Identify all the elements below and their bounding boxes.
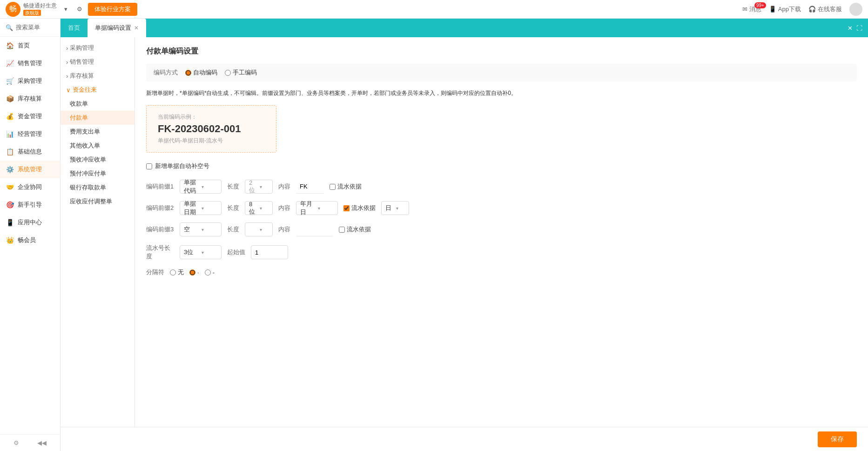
- leftnav-ar-ap[interactable]: 应收应付调整单: [61, 195, 135, 209]
- prefix3-row: 编码前缀3 空 ▾ 长度 ▾ 内容 流水依据: [146, 222, 857, 236]
- sidebar-item-newguide[interactable]: 🎯 新手引导: [0, 196, 60, 214]
- logo-icon: 畅: [6, 2, 20, 17]
- leftnav-group-purchase[interactable]: › 采购管理: [61, 41, 135, 55]
- service-icon: 🎧: [808, 6, 816, 13]
- prefix1-flow-checkbox[interactable]: [330, 184, 336, 190]
- start-value-input[interactable]: [251, 245, 288, 259]
- sidebar-item-enterprise[interactable]: 🤝 企业协同: [0, 178, 60, 196]
- auto-code-radio[interactable]: 自动编码: [185, 68, 217, 77]
- prefix2-content-arrow: ▾: [318, 206, 334, 211]
- serial-length-row: 流水号长度 3位 ▾ 起始值: [146, 244, 857, 261]
- tab-close-icon[interactable]: ✕: [134, 25, 139, 31]
- auto-fill-row: 新增单据自动补空号: [146, 162, 857, 170]
- prefix2-length-select[interactable]: 8位 ▾: [245, 201, 273, 215]
- main: 首页 单据编码设置 ✕ ✕ ⛶ › 采购管理 › 销售管理: [61, 19, 868, 451]
- sidebar-search[interactable]: 🔍 搜索菜单: [0, 19, 60, 37]
- system-icon: ⚙️: [6, 165, 14, 174]
- sales-icon: 📈: [6, 59, 14, 67]
- logo-text: 畅捷通好生意 旗舰版: [23, 2, 57, 16]
- prefix2-unit-select[interactable]: 日 ▾: [381, 201, 409, 215]
- prefix1-arrow: ▾: [202, 184, 217, 189]
- prefix2-flow-checkbox[interactable]: [343, 205, 350, 211]
- basic-icon: 📋: [6, 148, 14, 156]
- sidebar-item-operations[interactable]: 📊 经营管理: [0, 125, 60, 143]
- leftnav-group-inventory[interactable]: › 库存核算: [61, 69, 135, 83]
- leftnav-bank-deposit[interactable]: 银行存取款单: [61, 181, 135, 195]
- sidebar-item-purchase[interactable]: 🛒 采购管理: [0, 72, 60, 90]
- prefix3-content-input[interactable]: [296, 222, 333, 236]
- enterprise-icon: 🤝: [6, 183, 14, 191]
- manual-code-radio[interactable]: 手工编码: [225, 68, 257, 77]
- inventory-icon: 📦: [6, 94, 14, 103]
- prefix3-flow-checkbox[interactable]: [339, 227, 345, 233]
- sidebar-item-member[interactable]: 👑 畅会员: [0, 231, 60, 249]
- tab-home[interactable]: 首页: [61, 19, 87, 37]
- serial-length-select[interactable]: 3位 ▾: [180, 245, 222, 259]
- prefix1-select[interactable]: 单据代码 ▾: [180, 180, 222, 194]
- prefix1-flow-group: 流水依据: [330, 182, 362, 191]
- prefix1-row: 编码前缀1 单据代码 ▾ 长度 2位 ▾ 内容 流水依据: [146, 180, 857, 194]
- leftnav-group-capital[interactable]: ∨ 资金往来: [61, 83, 135, 97]
- tab-coding[interactable]: 单据编码设置 ✕: [87, 19, 146, 37]
- sidebar-bottom: ⚙ ◀◀: [0, 434, 60, 451]
- settings-icon[interactable]: ⚙: [75, 4, 84, 14]
- prefix2-unit-arrow: ▾: [396, 206, 405, 211]
- search-icon: 🔍: [6, 24, 13, 31]
- top-bar-nav: ▾ ⚙ 体验行业方案: [61, 3, 137, 16]
- settings-bottom-icon[interactable]: ⚙: [13, 439, 19, 446]
- auto-fill-checkbox[interactable]: [146, 163, 152, 169]
- trial-button[interactable]: 体验行业方案: [88, 3, 137, 16]
- home-icon: 🏠: [6, 41, 14, 50]
- prefix3-select[interactable]: 空 ▾: [180, 222, 222, 236]
- prefix2-select[interactable]: 单据日期 ▾: [180, 201, 222, 215]
- sep-none-radio[interactable]: 无: [170, 268, 184, 276]
- prefix1-length-select[interactable]: 2位 ▾: [245, 180, 273, 194]
- member-icon: 👑: [6, 236, 14, 244]
- leftnav-other-income[interactable]: 其他收入单: [61, 139, 135, 153]
- layout: 🔍 搜索菜单 🏠 首页 📈 销售管理 🛒 采购管理 📦 库存核算 💰 资金管理 …: [0, 19, 868, 451]
- chevron-right-icon3: ›: [66, 73, 68, 80]
- message-button[interactable]: ✉ 消息 99+: [742, 5, 761, 13]
- sidebar: 🔍 搜索菜单 🏠 首页 📈 销售管理 🛒 采购管理 📦 库存核算 💰 资金管理 …: [0, 19, 61, 451]
- prefix3-length-select[interactable]: ▾: [245, 222, 273, 236]
- sidebar-item-appcenter[interactable]: 📱 应用中心: [0, 214, 60, 231]
- prefix2-content-select[interactable]: 年月日 ▾: [296, 201, 338, 215]
- sidebar-item-finance[interactable]: 💰 资金管理: [0, 108, 60, 125]
- save-button[interactable]: 保存: [818, 431, 857, 447]
- app-download-button[interactable]: 📱 App下载: [769, 5, 801, 13]
- leftnav-prepay-receivable[interactable]: 预收冲应收单: [61, 153, 135, 167]
- separator-row: 分隔符 无 · -: [146, 268, 857, 276]
- leftnav-payment[interactable]: 付款单: [61, 111, 135, 125]
- top-bar-left: 畅 畅捷通好生意 旗舰版 ▾ ⚙ 体验行业方案: [6, 2, 137, 17]
- leftnav-prepay-payable[interactable]: 预付冲应付单: [61, 167, 135, 181]
- tab-close-all-icon[interactable]: ✕: [848, 25, 853, 32]
- prefix3-arrow: ▾: [202, 227, 217, 232]
- leftnav-expense[interactable]: 费用支出单: [61, 125, 135, 139]
- sep-dot-radio[interactable]: ·: [189, 269, 199, 276]
- avatar[interactable]: [849, 3, 862, 16]
- leftnav-receipt[interactable]: 收款单: [61, 97, 135, 111]
- finance-icon: 💰: [6, 112, 14, 121]
- sidebar-item-sales[interactable]: 📈 销售管理: [0, 54, 60, 72]
- prefix1-length-arrow: ▾: [260, 184, 269, 189]
- prefix3-length-arrow: ▾: [260, 227, 269, 232]
- hint-text: 新增单据时，*单据编码*自动生成，不可编辑。前缀设置为部门、业务员等档案类，开单…: [146, 89, 857, 98]
- nav-dropdown[interactable]: ▾: [61, 4, 71, 14]
- prefix1-content-input[interactable]: [296, 180, 324, 194]
- collapse-icon[interactable]: ◀◀: [37, 439, 47, 446]
- sep-dash-radio[interactable]: -: [205, 269, 215, 276]
- sidebar-item-basic[interactable]: 📋 基础信息: [0, 143, 60, 161]
- prefix3-flow-group: 流水依据: [339, 225, 371, 234]
- appcenter-icon: 📱: [6, 218, 14, 227]
- prefix2-arrow: ▾: [202, 206, 217, 211]
- sidebar-item-inventory[interactable]: 📦 库存核算: [0, 90, 60, 108]
- online-service-button[interactable]: 🎧 在线客服: [808, 5, 842, 13]
- encoding-method-row: 编码方式 自动编码 手工编码: [146, 64, 857, 81]
- sidebar-item-system[interactable]: ⚙️ 系统管理: [0, 161, 60, 178]
- sidebar-item-home[interactable]: 🏠 首页: [0, 37, 60, 54]
- leftnav-group-sales[interactable]: › 销售管理: [61, 55, 135, 69]
- prefix2-length-arrow: ▾: [260, 206, 269, 211]
- tab-expand-icon[interactable]: ⛶: [856, 25, 862, 32]
- prefix2-row: 编码前缀2 单据日期 ▾ 长度 8位 ▾ 内容 年月日 ▾: [146, 201, 857, 215]
- chevron-right-icon2: ›: [66, 59, 68, 66]
